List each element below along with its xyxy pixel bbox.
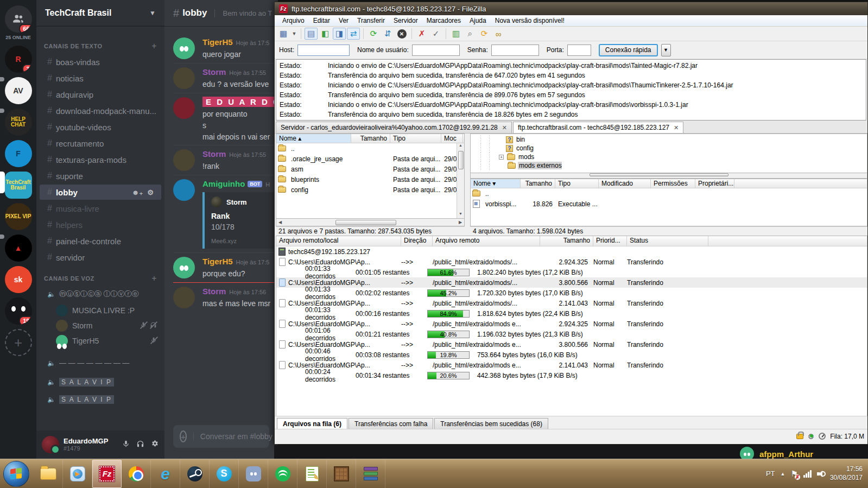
server-radio[interactable]: R3: [5, 46, 32, 73]
voice-channel[interactable]: 🔈— — — — — — — —: [40, 356, 161, 370]
add-channel-icon[interactable]: +: [151, 41, 157, 51]
message-input[interactable]: + Conversar em #lobby: [173, 425, 269, 448]
queue-column-arquivo-remoto-local[interactable]: Arquivo remoto/local: [276, 236, 401, 246]
headphones-icon[interactable]: [136, 440, 144, 449]
server-help-chat[interactable]: HELP CHAT: [5, 109, 32, 136]
gauge-icon[interactable]: [819, 433, 826, 440]
voice-channel[interactable]: 🔈S A L A V I P: [40, 375, 161, 389]
channel-lobby[interactable]: #lobby☻₊⚙: [40, 185, 161, 200]
server-tab[interactable]: Servidor - carlos_eduardovieiraoliveira%…: [276, 122, 512, 133]
message-author[interactable]: E D U A R D O M G: [202, 97, 278, 107]
expander-icon[interactable]: +: [499, 155, 504, 160]
message-author[interactable]: TigerH5: [202, 257, 233, 266]
local-file-row[interactable]: ..: [276, 143, 464, 154]
voice-user-Storm[interactable]: Storm: [36, 318, 164, 333]
server-wrench[interactable]: F: [5, 140, 32, 167]
local-horizontal-scrollbar[interactable]: ◀▶: [276, 219, 465, 226]
language-indicator[interactable]: PT: [766, 470, 775, 478]
message-author[interactable]: Storm: [202, 67, 226, 77]
server-discord-bot[interactable]: 19: [5, 297, 32, 325]
voice-user-MUSICA-LIVRE-P[interactable]: MUSICA LIVRE :P: [36, 303, 164, 318]
remote-tree-scrollbar[interactable]: [470, 173, 867, 179]
message-author[interactable]: Amiguinho: [202, 179, 245, 188]
local-vertical-scrollbar[interactable]: ▲ ▼: [457, 143, 464, 218]
taskbar-spotify[interactable]: [268, 460, 297, 488]
invite-people-icon[interactable]: ☻₊: [132, 188, 143, 197]
failed-transfers-icon[interactable]: ✗: [415, 28, 428, 40]
queue-column-dire-o[interactable]: Direção: [401, 236, 433, 246]
voice-channel[interactable]: 🔈ⓜⓤⓢⓘⓒⓐ ⓛⓘⓥⓡⓔ: [40, 287, 161, 302]
server-avinity[interactable]: AV: [5, 77, 32, 104]
volume-icon[interactable]: [817, 470, 825, 478]
menu-nova-vers-o-dispon-vel-[interactable]: Nova versão disponível!: [491, 16, 569, 26]
column-header-modificado[interactable]: Modificado: [599, 179, 651, 188]
add-voice-channel-icon[interactable]: +: [151, 274, 157, 283]
quickconnect-button[interactable]: Conexão rápida: [599, 44, 658, 56]
guild-header[interactable]: TechCraft Brasil ▼: [36, 0, 164, 26]
taskbar-notes[interactable]: [297, 460, 327, 488]
column-header-tamanho[interactable]: Tamanho: [351, 134, 390, 143]
avatar[interactable]: [173, 67, 195, 89]
avatar[interactable]: [173, 97, 195, 119]
queue-column-status[interactable]: Status: [627, 236, 708, 246]
queue-column-arquivo-remoto[interactable]: Arquivo remoto: [433, 236, 540, 246]
network-icon[interactable]: [803, 470, 812, 478]
message-author[interactable]: Storm: [202, 287, 226, 296]
message-author[interactable]: TigerH5: [202, 37, 233, 47]
cancel-icon[interactable]: ✕: [395, 28, 408, 40]
quickconnect-dropdown[interactable]: ▼: [661, 44, 671, 56]
text-channels-category[interactable]: CANAIS DE TEXTO+: [36, 41, 164, 51]
add-server-button[interactable]: +: [5, 329, 32, 356]
channel-texturas-para-mods[interactable]: #texturas-para-mods: [40, 152, 161, 167]
queue-item-row[interactable]: C:\Users\EduardoMGP\Ap...-->>/public_htm…: [276, 257, 867, 267]
toggle-remote-tree-icon[interactable]: ◨: [333, 28, 346, 40]
menu-transferir[interactable]: Transferir: [353, 16, 389, 26]
action-center-icon[interactable]: ⚑: [790, 469, 797, 479]
channel-suporte[interactable]: #suporte: [40, 168, 161, 183]
queue-tab[interactable]: Transferências bem sucedidas (68): [434, 418, 548, 429]
taskbar-wmp[interactable]: ▶: [63, 460, 92, 488]
channel-helpers[interactable]: #helpers: [40, 217, 161, 232]
queue-item-row[interactable]: C:\Users\EduardoMGP\Ap...-->>/public_htm…: [276, 319, 867, 329]
menu-ajuda[interactable]: Ajuda: [465, 16, 491, 26]
menu-editar[interactable]: Editar: [309, 16, 334, 26]
remote-tree-node[interactable]: ?bin: [471, 135, 867, 144]
home-button[interactable]: 66: [5, 5, 32, 33]
queue-tab[interactable]: Transferências com falha: [349, 418, 433, 429]
menu-arquivo[interactable]: Arquivo: [278, 16, 309, 26]
taskbar-filezilla[interactable]: Fz: [92, 460, 122, 488]
column-header-moc[interactable]: Moc: [441, 134, 463, 143]
column-header-permiss-es[interactable]: Permissões: [651, 179, 695, 188]
taskbar-explorer[interactable]: [34, 460, 63, 488]
channel-painel-de-controle[interactable]: #painel-de-controle: [40, 233, 161, 249]
channel-download-modpack-manu-[interactable]: #download-modpack-manu...: [40, 103, 161, 118]
taskbar-skype[interactable]: S: [210, 460, 239, 488]
site-manager-dropdown[interactable]: ▼: [291, 28, 297, 40]
channel-recrutamento[interactable]: #recrutamento: [40, 136, 161, 151]
taskbar-minecraft[interactable]: [327, 460, 356, 488]
password-input[interactable]: [491, 45, 539, 56]
queue-item-row[interactable]: C:\Users\EduardoMGP\Ap...-->>/public_htm…: [276, 298, 867, 308]
server-tab[interactable]: ftp.techcraftbrasil.com - techc845@192.1…: [513, 122, 683, 133]
queue-item-row[interactable]: C:\Users\EduardoMGP\Ap...-->>/public_htm…: [276, 360, 867, 370]
remote-tree-node[interactable]: ?config: [471, 144, 867, 153]
message-author[interactable]: Storm: [202, 149, 226, 159]
channel-settings-icon[interactable]: ⚙: [147, 188, 154, 197]
server-techcraft-brasil[interactable]: TechCraft Brasil: [5, 172, 32, 199]
local-file-row[interactable]: configPasta de arqui...29/0: [276, 185, 464, 195]
queue-server-row[interactable]: techc845@192.185.223.127: [276, 246, 867, 257]
upload-icon[interactable]: +: [180, 430, 187, 442]
local-file-row[interactable]: asmPasta de arqui...29/0: [276, 164, 464, 174]
host-input[interactable]: [297, 45, 350, 56]
mic-icon[interactable]: [122, 440, 130, 449]
queue-column-priorid-[interactable]: Priorid...: [593, 236, 627, 246]
close-icon[interactable]: ✕: [674, 124, 679, 131]
local-file-row[interactable]: .oracle_jre_usagePasta de arqui...29/0: [276, 154, 464, 164]
gear-icon[interactable]: [151, 440, 159, 449]
channel-adquiravip[interactable]: #adquiravip: [40, 87, 161, 102]
voice-channel[interactable]: 🔈S A L A V I P: [40, 392, 161, 407]
column-header-tipo[interactable]: Tipo: [555, 179, 599, 188]
find-icon[interactable]: ∞: [492, 28, 505, 40]
toggle-log-icon[interactable]: ▤: [305, 28, 318, 40]
toggle-local-tree-icon[interactable]: ◧: [319, 28, 332, 40]
